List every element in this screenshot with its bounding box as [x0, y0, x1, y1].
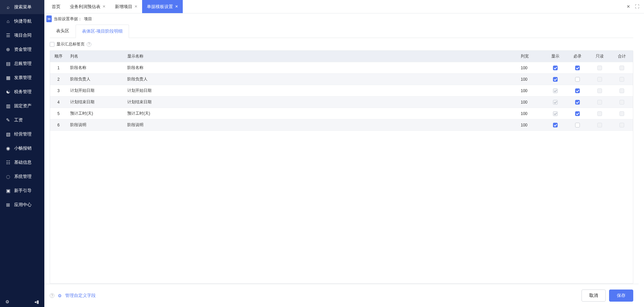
cell-width[interactable]: 100 [517, 74, 544, 85]
cell-required [566, 74, 589, 85]
sidebar-item-label: 总账管理 [14, 61, 32, 67]
sidebar-item-label: 资金管理 [14, 46, 32, 52]
cell-width[interactable]: 100 [517, 108, 544, 119]
checkbox[interactable] [553, 77, 558, 82]
cell-show [544, 97, 566, 108]
cell-width[interactable]: 100 [517, 62, 544, 74]
subtab-0[interactable]: 表头区 [50, 24, 76, 38]
tab-0[interactable]: 首页 [47, 0, 65, 13]
fullscreen-icon[interactable]: ⛶ [635, 4, 639, 9]
checkbox [619, 111, 624, 116]
cell-show [544, 62, 566, 74]
close-all-icon[interactable]: ✕ [627, 4, 630, 9]
tab-2[interactable]: 新增项目✕ [110, 0, 142, 13]
checkbox [597, 88, 602, 93]
tax-icon: ☯ [5, 89, 11, 94]
checkbox[interactable] [575, 88, 580, 93]
main: 首页业务利润预估表✕新增项目✕单据模板设置✕ ✕ ⛶ ≫ 当前设置单据： 项目 … [44, 0, 644, 307]
cell-disp[interactable]: 计划结束日期 [124, 97, 517, 108]
cell-total [611, 74, 633, 85]
guide-icon: ▣ [5, 188, 11, 193]
cell-disp[interactable]: 阶段说明 [124, 119, 517, 131]
cell-required [566, 62, 589, 74]
checkbox [597, 77, 602, 82]
show-summary-label: 显示汇总标签页 [56, 41, 85, 47]
checkbox[interactable] [575, 111, 580, 116]
sidebar-item-baseinfo[interactable]: ☷基础信息 [0, 155, 44, 169]
search-icon: ⌕ [5, 4, 11, 10]
checkbox [619, 100, 624, 105]
cell-disp[interactable]: 阶段名称 [124, 62, 517, 74]
cell-width[interactable]: 100 [517, 119, 544, 131]
table-row: 3计划开始日期计划开始日期100 [50, 85, 633, 97]
sidebar-item-guide[interactable]: ▣新手引导 [0, 184, 44, 198]
checkbox[interactable] [553, 123, 558, 127]
th-width: 列宽 [517, 51, 544, 62]
cell-disp[interactable]: 计划开始日期 [124, 85, 517, 97]
close-icon[interactable]: ✕ [175, 4, 178, 9]
sidebar-item-appcenter[interactable]: ⊞应用中心 [0, 198, 44, 212]
sidebar-item-tax[interactable]: ☯税务管理 [0, 85, 44, 99]
cancel-button[interactable]: 取消 [582, 290, 606, 302]
cell-name[interactable]: 计划开始日期 [67, 85, 124, 97]
footer: ? ⚙ 管理自定义字段 取消 保存 [44, 284, 639, 307]
cell-name[interactable]: 预计工时(天) [67, 108, 124, 119]
close-icon[interactable]: ✕ [102, 4, 105, 9]
cell-readonly [589, 74, 611, 85]
columns-table: 顺序 列名 显示名称 列宽 显示 必录 只读 合计 1阶段名称阶段名称1002阶… [50, 51, 633, 131]
cell-required [566, 85, 589, 97]
appcenter-icon: ⊞ [5, 202, 11, 207]
sidebar-item-invoice[interactable]: ▦发票管理 [0, 71, 44, 85]
checkbox[interactable] [575, 66, 580, 70]
sidebar-footer: ⚙ ◂▮ [0, 297, 44, 307]
cell-disp[interactable]: 阶段负责人 [124, 74, 517, 85]
cell-name[interactable]: 计划结束日期 [67, 97, 124, 108]
cell-seq: 6 [50, 119, 67, 131]
manage-custom-fields-link[interactable]: 管理自定义字段 [65, 293, 96, 299]
cell-readonly [589, 85, 611, 97]
checkbox[interactable] [553, 66, 558, 70]
cell-readonly [589, 119, 611, 131]
th-disp: 显示名称 [124, 51, 517, 62]
cell-name[interactable]: 阶段说明 [67, 119, 124, 131]
sidebar-item-search[interactable]: ⌕搜索菜单 [0, 0, 44, 14]
cell-name[interactable]: 阶段名称 [67, 62, 124, 74]
checkbox[interactable] [575, 77, 580, 82]
sidebar-item-project[interactable]: ☰项目合同 [0, 28, 44, 42]
checkbox[interactable] [575, 123, 580, 127]
sidebar-item-sysmgr[interactable]: ◌系统管理 [0, 169, 44, 184]
sidebar-item-fund[interactable]: ⊛资金管理 [0, 42, 44, 56]
sidebar-item-quicknav[interactable]: ⌂快捷导航 [0, 14, 44, 28]
help-icon[interactable]: ? [87, 42, 91, 47]
collapse-icon[interactable]: ◂▮ [34, 299, 39, 304]
checkbox [553, 111, 558, 116]
show-summary-checkbox[interactable]: 显示汇总标签页 [50, 41, 85, 47]
notice-toggle-icon[interactable]: ≫ [46, 15, 52, 22]
cell-width[interactable]: 100 [517, 85, 544, 97]
salary-icon: ✎ [5, 117, 11, 123]
link-icon: ⚙ [58, 293, 62, 298]
sidebar-item-ledger[interactable]: ▤总账管理 [0, 56, 44, 71]
close-icon[interactable]: ✕ [134, 4, 137, 9]
cell-disp[interactable]: 预计工时(天) [124, 108, 517, 119]
asset-icon: ▥ [5, 103, 11, 109]
cell-name[interactable]: 阶段负责人 [67, 74, 124, 85]
cell-total [611, 119, 633, 131]
cell-width[interactable]: 100 [517, 97, 544, 108]
tab-3[interactable]: 单据模板设置✕ [142, 0, 183, 13]
sidebar-item-asset[interactable]: ▥固定资产 [0, 99, 44, 113]
footer-help-icon[interactable]: ? [50, 293, 54, 298]
sidebar-item-xcbx[interactable]: ◉小畅报销 [0, 141, 44, 155]
sidebar-item-operate[interactable]: ▧经营管理 [0, 127, 44, 141]
checkbox[interactable] [575, 100, 580, 105]
subtab-1[interactable]: 表体区-项目阶段明细 [76, 25, 129, 38]
sidebar-item-label: 税务管理 [14, 89, 32, 95]
tab-label: 业务利润预估表 [70, 4, 100, 10]
save-button[interactable]: 保存 [609, 290, 633, 302]
tab-1[interactable]: 业务利润预估表✕ [65, 0, 110, 13]
settings-icon[interactable]: ⚙ [5, 299, 9, 304]
fund-icon: ⊛ [5, 47, 11, 52]
sidebar-item-label: 基础信息 [14, 159, 32, 165]
sidebar-item-salary[interactable]: ✎工资 [0, 113, 44, 127]
cell-required [566, 108, 589, 119]
